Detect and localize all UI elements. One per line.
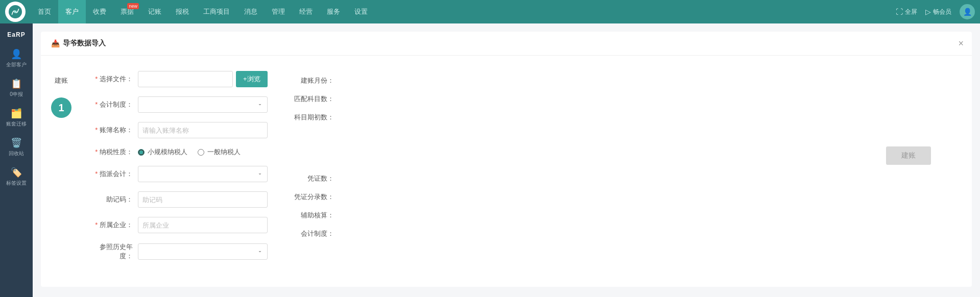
voucher-entries-label: 凭证分录数： xyxy=(288,192,334,202)
all-clients-icon: 👤 xyxy=(11,48,22,60)
declaration-icon: 📋 xyxy=(11,78,22,89)
company-row: 所属企业： xyxy=(87,217,268,233)
nav-billing[interactable]: 收费 xyxy=(86,0,113,23)
tax-type-row: 纳税性质： 小规模纳税人 一般纳税人 xyxy=(87,147,268,157)
initial-subjects-label: 科目期初数： xyxy=(288,113,334,122)
svg-point-1 xyxy=(14,10,16,13)
sidebar-item-declaration[interactable]: 📋 0申报 xyxy=(0,74,33,102)
file-select-row: 选择文件： +浏览 xyxy=(87,71,268,87)
voucher-entries-row: 凭证分录数： xyxy=(288,192,962,202)
accounting-system-label: 会计制度： xyxy=(87,100,133,109)
nav-items: 首页 客户 收费 票据 new 记账 报税 工商项目 消息 管理 经营 服务 设… xyxy=(31,0,896,23)
accounting-system-row: 会计制度： xyxy=(87,96,268,113)
account-migrate-icon: 🗂️ xyxy=(11,108,22,119)
recycle-icon: 🗑️ xyxy=(11,137,22,148)
accounting-system-info-row: 会计制度： xyxy=(288,229,962,238)
invoice-badge: new xyxy=(127,3,139,9)
tax-type-label: 纳税性质： xyxy=(87,147,133,157)
file-input-group: +浏览 xyxy=(138,71,268,87)
fullscreen-button[interactable]: ⛶ 全屏 xyxy=(896,8,917,16)
account-name-row: 账簿名称： xyxy=(87,122,268,138)
tax-type-radio-group: 小规模纳税人 一般纳税人 xyxy=(138,147,241,157)
nav-home[interactable]: 首页 xyxy=(31,0,58,23)
step-label: 建账 xyxy=(55,76,68,85)
account-name-label: 账簿名称： xyxy=(87,126,133,135)
tax-small-scale-label: 小规模纳税人 xyxy=(148,147,187,157)
sidebar-item-recycle[interactable]: 🗑️ 回收站 xyxy=(0,133,33,161)
vouchers-row: 凭证数： xyxy=(288,174,962,183)
step-indicator: 建账 1 xyxy=(51,71,71,118)
right-panel: 建账月份： 匹配科目数： 科目期初数： 建账 凭证 xyxy=(288,71,962,261)
user-avatar[interactable]: 👤 xyxy=(960,4,975,19)
logo[interactable] xyxy=(5,2,26,22)
match-subjects-label: 匹配科目数： xyxy=(288,94,334,104)
dialog-title: 导爷数据导入 xyxy=(63,39,106,48)
top-navigation: 首页 客户 收费 票据 new 记账 报税 工商项目 消息 管理 经营 服务 设… xyxy=(0,0,980,23)
tax-general-label: 一般纳税人 xyxy=(207,147,241,157)
earp-brand: EaRP xyxy=(7,32,25,38)
member-button[interactable]: ▷ 畅会员 xyxy=(925,8,951,16)
nav-management[interactable]: 管理 xyxy=(265,0,292,23)
file-text-input[interactable] xyxy=(138,71,233,87)
memo-row: 助记码： xyxy=(87,191,268,208)
nav-bookkeeping[interactable]: 记账 xyxy=(141,0,169,23)
form-panel: 选择文件： +浏览 会计制度： xyxy=(87,71,268,261)
sidebar-item-tag-settings[interactable]: 🏷️ 标签设置 xyxy=(0,163,33,190)
aux-accounting-row: 辅助核算： xyxy=(288,211,962,220)
tax-general[interactable]: 一般纳税人 xyxy=(198,147,241,157)
account-name-input[interactable] xyxy=(138,122,268,138)
nav-right-actions: ⛶ 全屏 ▷ 畅会员 👤 xyxy=(896,4,975,19)
month-row: 建账月份： xyxy=(288,76,962,85)
step-circle: 1 xyxy=(51,97,71,118)
nav-business[interactable]: 工商项目 xyxy=(196,0,237,23)
accounting-system-info-label: 会计制度： xyxy=(288,229,334,238)
sidebar-item-account-migrate[interactable]: 🗂️ 账套迁移 xyxy=(0,104,33,131)
dialog-card: 📥 导爷数据导入 × 建账 1 选择文件： xyxy=(41,32,972,287)
accountant-row: 指派会计： xyxy=(87,166,268,182)
sidebar-item-all-clients[interactable]: 👤 全部客户 xyxy=(0,44,33,72)
close-button[interactable]: × xyxy=(958,38,964,49)
aux-accounting-label: 辅助核算： xyxy=(288,211,334,220)
memo-input[interactable] xyxy=(138,191,268,208)
vouchers-label: 凭证数： xyxy=(288,174,334,183)
match-subjects-row: 匹配科目数： xyxy=(288,94,962,104)
fullscreen-icon: ⛶ xyxy=(896,8,903,16)
nav-invoice[interactable]: 票据 new xyxy=(113,0,141,23)
nav-service[interactable]: 服务 xyxy=(320,0,347,23)
dialog-header: 📥 导爷数据导入 × xyxy=(41,32,972,56)
member-icon: ▷ xyxy=(925,8,931,16)
nav-clients[interactable]: 客户 xyxy=(58,0,86,23)
nav-messages[interactable]: 消息 xyxy=(237,0,265,23)
dialog-body: 建账 1 选择文件： +浏览 xyxy=(41,56,972,276)
tax-general-radio[interactable] xyxy=(198,149,204,156)
tag-settings-icon: 🏷️ xyxy=(11,167,22,178)
accountant-label: 指派会计： xyxy=(87,169,133,179)
browse-button[interactable]: +浏览 xyxy=(236,71,268,87)
import-icon: 📥 xyxy=(51,39,60,47)
sidebar: EaRP 👤 全部客户 📋 0申报 🗂️ 账套迁移 🗑️ 回收站 🏷️ 标签设置 xyxy=(0,23,33,297)
file-label: 选择文件： xyxy=(87,75,133,84)
main-layout: EaRP 👤 全部客户 📋 0申报 🗂️ 账套迁移 🗑️ 回收站 🏷️ 标签设置… xyxy=(0,23,980,297)
month-label: 建账月份： xyxy=(288,76,334,85)
history-year-row: 参照历史年度： xyxy=(87,242,268,261)
company-label: 所属企业： xyxy=(87,220,133,230)
nav-tax[interactable]: 报税 xyxy=(169,0,196,23)
company-input[interactable] xyxy=(138,217,268,233)
initial-subjects-row: 科目期初数： xyxy=(288,113,962,122)
create-account-button[interactable]: 建账 xyxy=(886,146,931,165)
accountant-select[interactable] xyxy=(138,166,268,182)
content-area: 📥 导爷数据导入 × 建账 1 选择文件： xyxy=(33,23,980,297)
history-year-select[interactable] xyxy=(138,243,268,260)
history-year-label: 参照历史年度： xyxy=(87,242,133,261)
memo-label: 助记码： xyxy=(87,195,133,204)
nav-settings[interactable]: 设置 xyxy=(347,0,375,23)
tax-small-scale-radio[interactable] xyxy=(138,149,145,156)
tax-small-scale[interactable]: 小规模纳税人 xyxy=(138,147,187,157)
accounting-system-select[interactable] xyxy=(138,96,268,113)
nav-operations[interactable]: 经营 xyxy=(292,0,320,23)
